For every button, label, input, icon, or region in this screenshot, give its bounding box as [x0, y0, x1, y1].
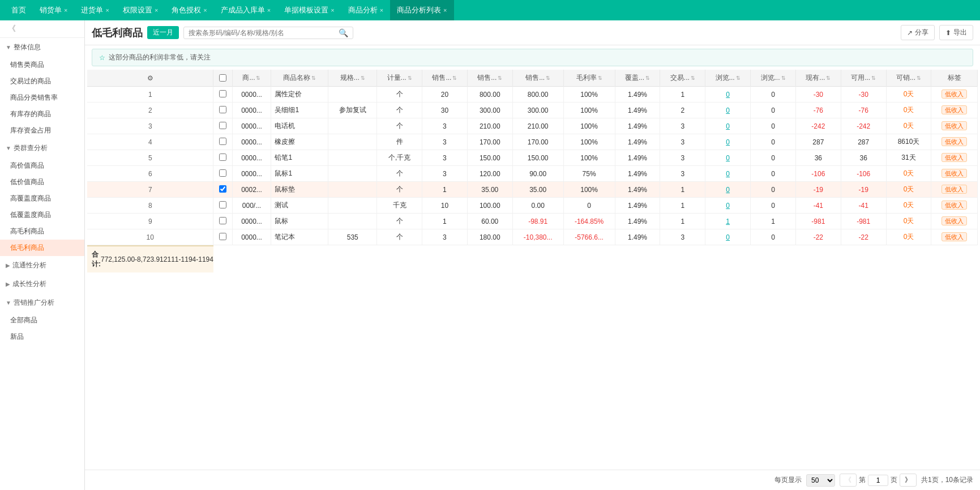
- cell-view1[interactable]: 0: [705, 150, 751, 166]
- nav-sales-order[interactable]: 销货单 ×: [33, 0, 74, 20]
- sort-sales-profit-icon[interactable]: ⇅: [546, 75, 550, 81]
- sort-sellable-icon[interactable]: ⇅: [917, 75, 921, 81]
- sidebar-item-high-coverage[interactable]: 高覆盖度商品: [0, 190, 84, 207]
- sort-unit-icon[interactable]: ⇅: [408, 75, 412, 81]
- search-icon[interactable]: 🔍: [339, 28, 348, 37]
- cell-view1[interactable]: 1: [705, 214, 751, 229]
- cell-view1[interactable]: 0: [705, 229, 751, 245]
- sidebar-item-in-stock[interactable]: 有库存的商品: [0, 106, 84, 122]
- nav-permissions-close[interactable]: ×: [155, 7, 158, 14]
- sort-coverage-icon[interactable]: ⇅: [645, 75, 650, 81]
- sidebar-item-high-margin[interactable]: 高毛利商品: [0, 223, 84, 240]
- nav-product-analysis[interactable]: 商品分析 ×: [341, 0, 390, 20]
- cell-view1[interactable]: 0: [705, 198, 751, 214]
- sort-code-icon[interactable]: ⇅: [256, 75, 260, 81]
- col-view1[interactable]: 浏览...⇅: [705, 70, 751, 87]
- sidebar-section-growth[interactable]: ▶ 成长性分析: [0, 275, 84, 293]
- col-name[interactable]: 商品名称⇅: [271, 70, 328, 87]
- page-number-input[interactable]: [868, 475, 888, 486]
- period-button[interactable]: 近一月: [147, 26, 179, 39]
- share-button[interactable]: ↗ 分享: [901, 25, 935, 40]
- cell-checkbox[interactable]: [213, 87, 232, 103]
- nav-product-storage-close[interactable]: ×: [267, 7, 271, 14]
- sort-view1-icon[interactable]: ⇅: [736, 75, 741, 81]
- col-unit[interactable]: 计量...⇅: [377, 70, 422, 87]
- sort-trade-icon[interactable]: ⇅: [691, 75, 695, 81]
- cell-checkbox[interactable]: [213, 229, 232, 245]
- cell-checkbox[interactable]: [213, 198, 232, 214]
- sidebar-item-inventory-capital[interactable]: 库存资金占用: [0, 122, 84, 139]
- col-view2[interactable]: 浏览...⇅: [751, 70, 796, 87]
- col-code[interactable]: 商...⇅: [232, 70, 271, 87]
- col-settings[interactable]: ⚙: [87, 70, 213, 87]
- select-all-checkbox[interactable]: [219, 74, 226, 82]
- nav-template-settings-close[interactable]: ×: [331, 7, 334, 14]
- col-sales-qty[interactable]: 销售...⇅: [422, 70, 468, 87]
- cell-checkbox[interactable]: [213, 150, 232, 166]
- sort-name-icon[interactable]: ⇅: [311, 75, 316, 81]
- col-gross-rate[interactable]: 毛利率⇅: [563, 70, 615, 87]
- prev-page-btn[interactable]: 《: [840, 474, 857, 487]
- sidebar-item-high-value[interactable]: 高价值商品: [0, 157, 84, 174]
- cell-checkbox[interactable]: [213, 166, 232, 182]
- sort-available-icon[interactable]: ⇅: [871, 75, 876, 81]
- cell-checkbox[interactable]: [213, 134, 232, 150]
- cell-checkbox[interactable]: [213, 118, 232, 134]
- sidebar-section-circulation[interactable]: ▶ 流通性分析: [0, 256, 84, 275]
- sidebar-item-new-products[interactable]: 新品: [0, 329, 84, 345]
- sort-spec-icon[interactable]: ⇅: [361, 75, 365, 81]
- col-current[interactable]: 现有...⇅: [795, 70, 841, 87]
- cell-view1[interactable]: 0: [705, 166, 751, 182]
- sidebar-item-sales-products[interactable]: 销售类商品: [0, 57, 84, 73]
- nav-role-auth[interactable]: 角色授权 ×: [165, 0, 213, 20]
- page-size-select[interactable]: 10 20 50 100: [806, 474, 835, 487]
- sidebar-item-all-products[interactable]: 全部商品: [0, 312, 84, 329]
- cell-checkbox[interactable]: [213, 182, 232, 198]
- sort-sales-price-icon[interactable]: ⇅: [498, 75, 502, 81]
- nav-template-settings[interactable]: 单据模板设置 ×: [277, 0, 341, 20]
- col-available[interactable]: 可用...⇅: [841, 70, 886, 87]
- col-sales-profit[interactable]: 销售...⇅: [512, 70, 563, 87]
- nav-role-auth-close[interactable]: ×: [203, 7, 207, 14]
- col-tag[interactable]: 标签: [931, 70, 978, 87]
- col-sellable[interactable]: 可销...⇅: [886, 70, 931, 87]
- cell-checkbox[interactable]: [213, 103, 232, 118]
- sidebar-item-low-value[interactable]: 低价值商品: [0, 174, 84, 190]
- sidebar-item-low-coverage[interactable]: 低覆盖度商品: [0, 207, 84, 223]
- nav-home[interactable]: 首页: [5, 0, 33, 20]
- nav-product-analysis-list[interactable]: 商品分析列表 ×: [390, 0, 453, 20]
- search-input[interactable]: [189, 29, 339, 37]
- cell-view1[interactable]: 0: [705, 134, 751, 150]
- col-trade[interactable]: 交易...⇅: [660, 70, 705, 87]
- sidebar-item-traded-products[interactable]: 交易过的商品: [0, 73, 84, 90]
- cell-checkbox[interactable]: [213, 214, 232, 229]
- cell-view1[interactable]: 0: [705, 182, 751, 198]
- nav-product-analysis-close[interactable]: ×: [380, 7, 383, 14]
- sort-view2-icon[interactable]: ⇅: [781, 75, 786, 81]
- nav-product-storage[interactable]: 产成品入库单 ×: [214, 0, 277, 20]
- cell-view1[interactable]: 0: [705, 103, 751, 118]
- sidebar-item-category-sales-rate[interactable]: 商品分类销售率: [0, 90, 84, 106]
- nav-sales-order-close[interactable]: ×: [64, 7, 67, 14]
- col-spec[interactable]: 规格...⇅: [328, 70, 377, 87]
- table-area[interactable]: ⚙ 商...⇅ 商品名称⇅ 规格...⇅ 计量...⇅ 销售...⇅ 销售...…: [85, 70, 980, 470]
- nav-purchase-order[interactable]: 进货单 ×: [74, 0, 115, 20]
- sort-sales-qty-icon[interactable]: ⇅: [452, 75, 457, 81]
- sidebar-item-low-margin[interactable]: 低毛利商品: [0, 240, 84, 256]
- next-page-btn[interactable]: 》: [900, 474, 917, 487]
- sidebar-section-marketing[interactable]: ▼ 营销推广分析: [0, 293, 84, 312]
- nav-purchase-order-close[interactable]: ×: [105, 7, 109, 14]
- sidebar-section-overall[interactable]: ▼ 整体信息: [0, 38, 84, 57]
- cell-view1[interactable]: 0: [705, 87, 751, 103]
- sort-current-icon[interactable]: ⇅: [826, 75, 831, 81]
- nav-product-analysis-list-close[interactable]: ×: [443, 7, 447, 14]
- sidebar-section-cluster[interactable]: ▼ 类群查分析: [0, 139, 84, 157]
- sidebar-collapse-btn[interactable]: 《: [6, 24, 18, 34]
- sort-gross-rate-icon[interactable]: ⇅: [598, 75, 602, 81]
- col-sales-price[interactable]: 销售...⇅: [467, 70, 512, 87]
- export-button[interactable]: ⬆ 导出: [939, 25, 973, 40]
- nav-permissions[interactable]: 权限设置 ×: [116, 0, 165, 20]
- col-coverage[interactable]: 覆盖...⇅: [615, 70, 660, 87]
- col-checkbox[interactable]: [213, 70, 232, 87]
- cell-view1[interactable]: 0: [705, 118, 751, 134]
